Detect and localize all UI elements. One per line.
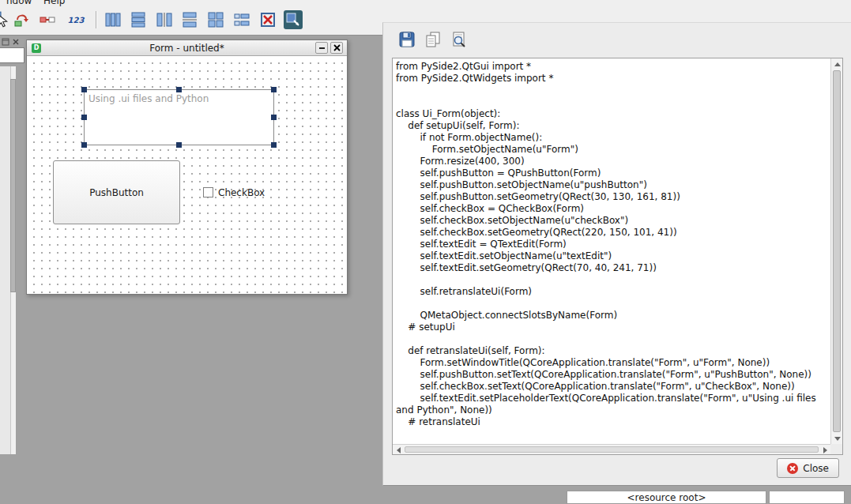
form-subwindow: D Form - untitled* Using .ui files and P… — [26, 39, 348, 295]
menu-window[interactable]: ndow — [6, 0, 32, 6]
menubar: ndow Help — [0, 0, 851, 7]
resource-panel-fragment — [769, 491, 845, 504]
form-titlebar[interactable]: D Form - untitled* — [27, 40, 347, 56]
code-text: from PySide2.QtGui import * from PySide2… — [396, 61, 828, 442]
form-canvas[interactable]: Using .ui files and Python PushButton Ch… — [27, 56, 347, 294]
selection-handle[interactable] — [81, 87, 87, 92]
scrollbar-down-icon[interactable] — [831, 433, 843, 444]
scrollbar-left-icon[interactable] — [393, 445, 404, 455]
code-viewer: from PySide2.QtGui import * from PySide2… — [392, 58, 843, 455]
close-icon — [333, 44, 341, 51]
layout-form-icon[interactable] — [232, 10, 251, 29]
layout-grid-icon[interactable] — [206, 10, 225, 29]
selection-handle[interactable] — [271, 115, 277, 120]
close-button-label: Close — [803, 463, 829, 474]
selection-handle[interactable] — [271, 87, 277, 92]
selection-handle[interactable] — [176, 87, 182, 92]
selection-handle[interactable] — [271, 142, 277, 148]
vertical-scrollbar-thumb[interactable] — [833, 70, 841, 432]
pushbutton-label: PushButton — [89, 187, 144, 198]
textedit-placeholder: Using .ui files and Python — [88, 93, 209, 104]
dock-float-icon[interactable] — [1, 37, 10, 47]
resource-root-item[interactable]: <resource root> — [567, 491, 766, 504]
save-icon[interactable] — [397, 30, 416, 49]
selection-handle[interactable] — [81, 115, 87, 120]
scrollbar-right-icon[interactable] — [819, 445, 830, 455]
close-button[interactable] — [330, 42, 343, 54]
layout-horizontal-icon[interactable] — [104, 10, 122, 29]
code-dialog-toolbar — [397, 30, 469, 51]
edit-widgets-icon[interactable] — [0, 10, 10, 29]
break-layout-icon[interactable] — [258, 10, 277, 29]
dock-close-icon[interactable] — [11, 37, 21, 47]
main-toolbar: 123 — [0, 9, 340, 32]
selection-handle[interactable] — [176, 142, 182, 148]
checkbox-widget[interactable]: CheckBox — [203, 176, 283, 209]
resource-root-label: <resource root> — [627, 492, 706, 503]
scrollbar-up-icon[interactable] — [831, 58, 843, 70]
toolbar-separator — [96, 11, 96, 28]
qt-designer-window: ndow Help 123 — [0, 0, 851, 504]
widgetbox-filter-input[interactable] — [0, 47, 24, 63]
code-preview-dialog: from PySide2.QtGui import * from PySide2… — [382, 22, 851, 486]
dialog-close-button[interactable]: Close — [777, 458, 839, 478]
checkbox-indicator-icon[interactable] — [203, 187, 213, 197]
pushbutton-widget[interactable]: PushButton — [53, 160, 180, 224]
textedit-widget[interactable]: Using .ui files and Python — [84, 89, 274, 145]
form-window-title: Form - untitled* — [27, 43, 347, 54]
layout-splitter-vertical-icon[interactable] — [180, 10, 199, 29]
layout-vertical-icon[interactable] — [129, 10, 148, 29]
find-icon[interactable] — [450, 30, 469, 49]
layout-splitter-horizontal-icon[interactable] — [155, 10, 174, 29]
widgetbox-scrollbar-thumb[interactable] — [10, 79, 16, 292]
edit-buddies-icon[interactable] — [38, 10, 57, 29]
menu-help[interactable]: Help — [43, 0, 65, 6]
checkbox-label: CheckBox — [218, 187, 265, 198]
widgetbox-panel-edge — [0, 66, 16, 454]
minimize-icon — [319, 47, 325, 49]
code-horizontal-scrollbar[interactable] — [393, 444, 830, 454]
edit-tab-order-icon[interactable]: 123 — [66, 10, 85, 29]
horizontal-scrollbar-thumb[interactable] — [405, 446, 819, 453]
scrollbar-corner — [830, 444, 842, 454]
adjust-size-icon[interactable] — [284, 10, 303, 29]
selection-handle[interactable] — [81, 142, 87, 148]
minimize-button[interactable] — [315, 42, 328, 54]
edit-signals-slots-icon[interactable] — [13, 10, 32, 29]
tab-order-label: 123 — [68, 16, 85, 24]
copy-icon[interactable] — [424, 30, 442, 49]
close-icon — [787, 463, 798, 474]
code-vertical-scrollbar[interactable] — [830, 58, 842, 444]
